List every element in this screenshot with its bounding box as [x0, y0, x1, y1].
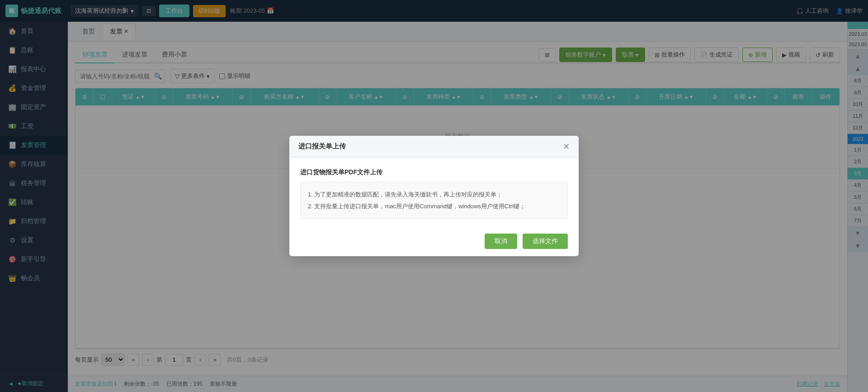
- modal-select-file-btn[interactable]: 选择文件: [523, 234, 568, 249]
- modal-footer: 取消 选择文件: [289, 226, 579, 256]
- modal-info-line2: 2. 支持批量上传进口报关单，mac用户使用Command键，windows用户…: [308, 201, 560, 212]
- modal-body: 进口货物报关单PDF文件上传 1. 为了更加精准的数据匹配，请先录入海关缴款书，…: [289, 158, 579, 226]
- modal-close-btn[interactable]: ✕: [563, 143, 570, 151]
- modal-title: 进口报关单上传: [298, 142, 346, 151]
- modal-info-box: 1. 为了更加精准的数据匹配，请先录入海关缴款书，再上传对应的报关单； 2. 支…: [300, 182, 568, 219]
- modal-overlay: 进口报关单上传 ✕ 进口货物报关单PDF文件上传 1. 为了更加精准的数据匹配，…: [0, 0, 868, 392]
- modal-header: 进口报关单上传 ✕: [289, 136, 579, 158]
- modal-info-line1: 1. 为了更加精准的数据匹配，请先录入海关缴款书，再上传对应的报关单；: [308, 189, 560, 201]
- modal-box: 进口报关单上传 ✕ 进口货物报关单PDF文件上传 1. 为了更加精准的数据匹配，…: [289, 136, 579, 256]
- modal-section-title: 进口货物报关单PDF文件上传: [300, 168, 568, 177]
- modal-cancel-btn[interactable]: 取消: [485, 234, 517, 249]
